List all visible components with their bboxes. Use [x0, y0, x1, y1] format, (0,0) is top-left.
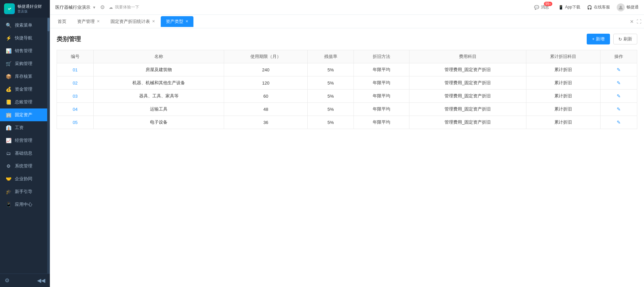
sidebar-header: 畅捷通好业财 普及版 — [0, 0, 50, 18]
cell-action[interactable]: ✎ — [600, 103, 637, 116]
cell-name: 器具、工具、家具等 — [94, 90, 224, 103]
sidebar-item-inventory[interactable]: 📦 库存核算 — [0, 70, 47, 83]
sidebar: 畅捷通好业财 普及版 🔍 搜索菜单 ⚡ 快捷导航 📊 销售管理 🛒 采购管理 📦… — [0, 0, 50, 287]
sidebar-item-purchase-management[interactable]: 🛒 采购管理 — [0, 57, 47, 70]
refresh-button[interactable]: ↻ 刷新 — [613, 34, 637, 44]
cell-id: 02 — [57, 76, 94, 90]
cell-method: 年限平均 — [354, 76, 409, 90]
sidebar-item-system-management[interactable]: ⚙ 系统管理 — [0, 160, 47, 172]
sidebar-scrollbar-thumb — [48, 18, 50, 31]
edit-icon[interactable]: ✎ — [617, 120, 621, 125]
tab-asset-type-close-icon[interactable]: ✕ — [185, 19, 188, 24]
search-menu-label: 搜索菜单 — [15, 22, 32, 28]
edit-icon[interactable]: ✎ — [617, 93, 621, 99]
topbar-settings-icon[interactable]: ⚙ — [100, 4, 105, 10]
sidebar-item-quick-nav[interactable]: ⚡ 快捷导航 — [0, 32, 47, 44]
sidebar-item-newbie-guide[interactable]: 🎓 新手引导 — [0, 185, 47, 198]
sidebar-item-fixed-assets[interactable]: 🏢 固定资产 — [0, 108, 47, 121]
cell-residual: 5% — [308, 103, 354, 116]
sidebar-item-business-management[interactable]: 📈 经营管理 — [0, 134, 47, 147]
app-version: 普及版 — [18, 9, 42, 14]
cell-action[interactable]: ✎ — [600, 116, 637, 129]
tab-depreciation[interactable]: 固定资产折旧统计表✕ — [105, 16, 160, 27]
sidebar-item-general-ledger[interactable]: 📒 总账管理 — [0, 96, 47, 108]
table-row: 01 房屋及建筑物 240 5% 年限平均 管理费用_固定资产折旧 累计折旧 ✎ — [57, 63, 637, 76]
enterprise-collab-label: 企业协同 — [15, 176, 32, 182]
close-window-icon[interactable]: ✕ — [630, 19, 634, 24]
tab-asset-type-label: 资产类型 — [166, 19, 183, 25]
refresh-icon: ↻ — [618, 37, 622, 42]
search-menu-icon: 🔍 — [5, 22, 11, 28]
sidebar-item-app-center[interactable]: 📱 应用中心 — [0, 198, 47, 211]
collapse-icon[interactable]: ◀◀ — [37, 277, 45, 284]
company-dropdown-icon[interactable]: ▼ — [92, 5, 96, 9]
sidebar-item-sales-management[interactable]: 📊 销售管理 — [0, 44, 47, 57]
edit-icon[interactable]: ✎ — [617, 67, 621, 72]
sidebar-scrollbar[interactable] — [47, 18, 50, 274]
sidebar-item-search-menu[interactable]: 🔍 搜索菜单 — [0, 19, 47, 32]
sidebar-item-payroll[interactable]: 👔 工资 — [0, 121, 47, 134]
cell-action[interactable]: ✎ — [600, 76, 637, 90]
cell-cost: 管理费用_固定资产折旧 — [409, 103, 526, 116]
cell-accumulated: 累计折旧 — [526, 90, 600, 103]
edit-icon[interactable]: ✎ — [617, 80, 621, 86]
app-download-icon: 📱 — [558, 5, 563, 10]
sidebar-item-enterprise-collab[interactable]: 🤝 企业协同 — [0, 172, 47, 185]
table-row: 04 运输工具 48 5% 年限平均 管理费用_固定资产折旧 累计折旧 ✎ — [57, 103, 637, 116]
sidebar-nav: 🔍 搜索菜单 ⚡ 快捷导航 📊 销售管理 🛒 采购管理 📦 库存核算 💰 资金管… — [0, 18, 47, 274]
messages-button[interactable]: 💬 消息 99+ — [534, 4, 549, 10]
tab-asset-management-close-icon[interactable]: ✕ — [97, 19, 100, 24]
cell-cost: 管理费用_固定资产折旧 — [409, 90, 526, 103]
topbar-right: 💬 消息 99+ 📱 App下载 🎧 在线客服 畅捷通 — [534, 3, 639, 11]
tab-asset-management[interactable]: 资产管理✕ — [72, 16, 105, 27]
cell-method: 年限平均 — [354, 63, 409, 76]
cell-name: 电子设备 — [94, 116, 224, 129]
cell-method: 年限平均 — [354, 103, 409, 116]
purchase-management-label: 采购管理 — [15, 61, 32, 67]
purchase-management-icon: 🛒 — [5, 61, 11, 67]
experience-button[interactable]: ☁ 我要体验一下 — [109, 4, 139, 10]
cell-name: 房屋及建筑物 — [94, 63, 224, 76]
enterprise-collab-icon: 🤝 — [5, 176, 11, 182]
fixed-assets-icon: 🏢 — [5, 112, 11, 118]
topbar-left: 医疗器械行业演示 ▼ ⚙ ☁ 我要体验一下 — [55, 4, 139, 10]
app-title: 畅捷通好业财 — [18, 4, 42, 9]
business-management-label: 经营管理 — [15, 137, 32, 144]
app-download-button[interactable]: 📱 App下载 — [558, 4, 580, 10]
fund-management-label: 资金管理 — [15, 86, 32, 92]
cell-months: 120 — [224, 76, 308, 90]
sidebar-item-fund-management[interactable]: 💰 资金管理 — [0, 83, 47, 96]
cell-cost: 管理费用_固定资产折旧 — [409, 63, 526, 76]
cell-accumulated: 累计折旧 — [526, 103, 600, 116]
cell-months: 36 — [224, 116, 308, 129]
experience-cloud-icon: ☁ — [109, 5, 113, 10]
cell-action[interactable]: ✎ — [600, 63, 637, 76]
newbie-guide-label: 新手引导 — [15, 189, 32, 195]
table-header-row: 编号名称使用期限（月）残值率折旧方法费用科目累计折旧科目操作 — [57, 50, 637, 63]
cell-action[interactable]: ✎ — [600, 90, 637, 103]
table-row: 03 器具、工具、家具等 60 5% 年限平均 管理费用_固定资产折旧 累计折旧… — [57, 90, 637, 103]
basic-info-icon: 🗂 — [5, 150, 11, 156]
system-management-label: 系统管理 — [15, 163, 32, 169]
tab-asset-type[interactable]: 资产类型✕ — [161, 16, 193, 27]
payroll-label: 工资 — [15, 125, 24, 131]
refresh-label: 刷新 — [623, 36, 632, 42]
settings-icon[interactable]: ⚙ — [5, 277, 9, 284]
cell-accumulated: 累计折旧 — [526, 76, 600, 90]
edit-icon[interactable]: ✎ — [617, 106, 621, 112]
content-area: 类别管理 + 新增 ↻ 刷新 编号名称使用期限（月）残值率折旧方法费用科目累计折… — [50, 28, 644, 287]
company-selector[interactable]: 医疗器械行业演示 ▼ — [55, 4, 96, 10]
sales-management-label: 销售管理 — [15, 48, 32, 54]
system-management-icon: ⚙ — [5, 163, 11, 169]
sidebar-item-basic-info[interactable]: 🗂 基础信息 — [0, 147, 47, 160]
tab-home[interactable]: 首页 — [53, 16, 71, 27]
new-button[interactable]: + 新增 — [587, 34, 610, 44]
tab-depreciation-close-icon[interactable]: ✕ — [152, 19, 155, 24]
cell-residual: 5% — [308, 116, 354, 129]
maximize-window-icon[interactable]: ⛶ — [637, 19, 641, 24]
newbie-guide-icon: 🎓 — [5, 189, 11, 195]
user-menu-button[interactable]: 畅捷通 — [617, 3, 639, 11]
app-download-label: App下载 — [565, 4, 580, 10]
tab-depreciation-label: 固定资产折旧统计表 — [111, 19, 150, 25]
online-service-button[interactable]: 🎧 在线客服 — [587, 4, 610, 10]
